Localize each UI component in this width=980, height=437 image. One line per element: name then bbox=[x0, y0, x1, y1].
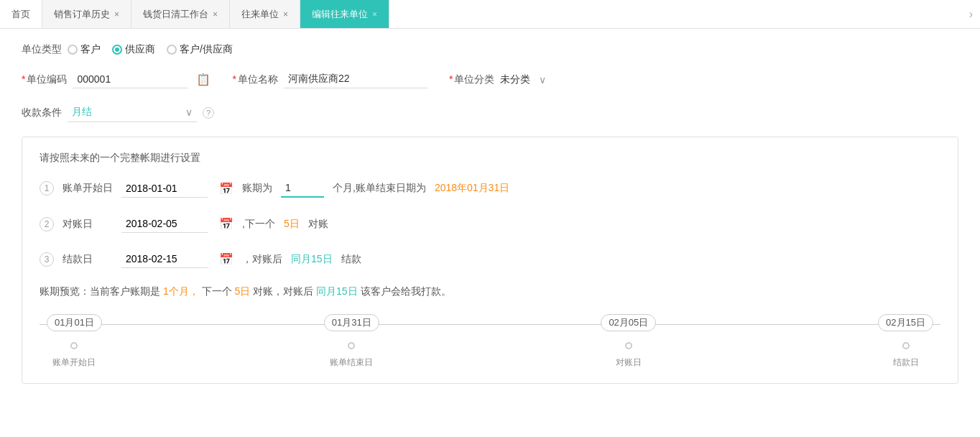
preview-text: 账期预览：当前客户账期是 1个月， 下一个 5日 对账，对账后 同月15日 该客… bbox=[40, 285, 940, 298]
tab-cash-desk[interactable]: 钱货日清工作台 × bbox=[131, 0, 230, 28]
point-label-4: 结款日 bbox=[893, 356, 919, 369]
point-badge-3: 02月05日 bbox=[601, 314, 656, 331]
radio-customer-label: 客户 bbox=[80, 43, 101, 56]
close-icon[interactable]: × bbox=[283, 9, 288, 19]
chevron-down-icon[interactable]: ∨ bbox=[185, 106, 193, 118]
recon-suffix: 对账 bbox=[308, 218, 328, 231]
required-star: * bbox=[449, 73, 453, 85]
unit-code-label: *单位编码 bbox=[22, 73, 67, 86]
calendar-icon-1[interactable]: 📅 bbox=[219, 182, 234, 196]
radio-supplier-label: 供应商 bbox=[125, 43, 155, 56]
point-dot-1 bbox=[70, 342, 78, 349]
required-star: * bbox=[232, 73, 236, 85]
preview-after-day: 对账，对账后 bbox=[253, 285, 313, 297]
tab-sales-order-history[interactable]: 销售订单历史 × bbox=[42, 0, 131, 28]
row-number-1: 1 bbox=[40, 181, 54, 196]
point-dot-3 bbox=[625, 342, 632, 349]
document-icon[interactable]: 📋 bbox=[196, 73, 211, 86]
unit-name-input[interactable] bbox=[284, 70, 427, 88]
tab-home[interactable]: 首页 bbox=[0, 0, 42, 28]
point-label-1: 账单开始日 bbox=[52, 356, 96, 369]
radio-supplier[interactable]: 供应商 bbox=[112, 43, 155, 56]
timeline-points: 01月01日 账单开始日 01月31日 账单结束日 02月05日 对账日 02月… bbox=[40, 316, 940, 369]
payment-date-input[interactable] bbox=[121, 250, 208, 268]
point-dot-4 bbox=[902, 342, 910, 349]
payment-day-highlight: 同月15日 bbox=[291, 253, 333, 266]
calendar-icon-3[interactable]: 📅 bbox=[219, 252, 234, 266]
close-icon[interactable]: × bbox=[372, 9, 377, 19]
point-badge-1: 01月01日 bbox=[47, 314, 102, 331]
unit-type-group: 单位类型 客户 供应商 客户/供应商 bbox=[22, 43, 233, 56]
unit-type-label: 单位类型 bbox=[22, 43, 62, 56]
point-badge-2: 01月31日 bbox=[324, 314, 379, 331]
row-label-2: 对账日 bbox=[63, 218, 113, 231]
section-title: 请按照未来的一个完整帐期进行设置 bbox=[40, 152, 940, 165]
point-label-3: 对账日 bbox=[616, 356, 642, 369]
payment-terms-select[interactable]: 月结 ∨ bbox=[68, 103, 197, 122]
payment-terms-label: 收款条件 bbox=[22, 106, 62, 119]
radio-both[interactable]: 客户/供应商 bbox=[167, 43, 233, 56]
start-date-input[interactable] bbox=[121, 180, 208, 198]
preview-day-teal: 同月15日 bbox=[316, 285, 358, 297]
period-months-input[interactable] bbox=[281, 179, 324, 198]
preview-day-orange: 5日 bbox=[234, 285, 250, 297]
point-badge-4: 02月15日 bbox=[878, 314, 933, 331]
close-icon[interactable]: × bbox=[114, 9, 119, 19]
payment-terms-value: 月结 bbox=[72, 106, 182, 119]
tab-edit-partner-label: 编辑往来单位 bbox=[312, 8, 368, 21]
tab-sales-order-history-label: 销售订单历史 bbox=[54, 8, 110, 21]
recon-prefix: ,下一个 bbox=[242, 218, 275, 231]
preview-label-before: 账期预览：当前客户账期是 bbox=[40, 285, 160, 297]
unit-type-row: 单位类型 客户 供应商 客户/供应商 bbox=[22, 43, 958, 56]
tab-edit-partner[interactable]: 编辑往来单位 × bbox=[300, 0, 389, 28]
point-label-2: 账单结束日 bbox=[330, 356, 373, 369]
timeline-bar: 01月01日 账单开始日 01月31日 账单结束日 02月05日 对账日 02月… bbox=[40, 316, 940, 369]
payment-date-row: 3 结款日 📅 ，对账后 同月15日 结款 bbox=[40, 250, 940, 268]
expand-tabs-button[interactable]: › bbox=[962, 8, 980, 21]
tab-home-label: 首页 bbox=[11, 8, 30, 21]
reconciliation-date-row: 2 对账日 📅 ,下一个 5日 对账 bbox=[40, 215, 940, 233]
unit-type-radio-group: 客户 供应商 客户/供应商 bbox=[68, 43, 233, 56]
unit-info-row: *单位编码 📋 *单位名称 *单位分类 未分类 ∨ bbox=[22, 70, 958, 88]
payment-prefix: ，对账后 bbox=[242, 253, 282, 266]
unit-category-group: *单位分类 未分类 ∨ bbox=[449, 73, 546, 86]
payment-suffix: 结款 bbox=[341, 253, 361, 266]
tab-partner-unit-label: 往来单位 bbox=[241, 8, 279, 21]
unit-category-label: *单位分类 bbox=[449, 73, 494, 86]
calendar-icon-2[interactable]: 📅 bbox=[219, 217, 234, 231]
chevron-down-icon[interactable]: ∨ bbox=[539, 74, 546, 86]
row-label-1: 账单开始日 bbox=[63, 182, 113, 195]
recon-day-highlight: 5日 bbox=[284, 218, 300, 231]
tab-bar: 首页 销售订单历史 × 钱货日清工作台 × 往来单位 × 编辑往来单位 × › bbox=[0, 0, 980, 29]
period-label: 账期为 bbox=[242, 182, 272, 195]
row-label-3: 结款日 bbox=[63, 253, 113, 266]
help-icon[interactable]: ? bbox=[203, 107, 214, 119]
radio-circle-both bbox=[167, 45, 177, 55]
account-start-date-row: 1 账单开始日 📅 账期为 个月,账单结束日期为 2018年01月31日 bbox=[40, 179, 940, 198]
period-suffix: 个月,账单结束日期为 bbox=[333, 182, 426, 195]
unit-name-group: *单位名称 bbox=[232, 70, 427, 88]
radio-circle-supplier bbox=[112, 45, 122, 55]
preview-end: 该客户会给我打款。 bbox=[361, 285, 451, 297]
timeline-point-4: 02月15日 结款日 bbox=[878, 316, 933, 369]
unit-name-label: *单位名称 bbox=[232, 73, 277, 86]
unit-code-group: *单位编码 📋 bbox=[22, 70, 211, 88]
preview-period: 1个月， bbox=[163, 285, 199, 297]
radio-both-label: 客户/供应商 bbox=[180, 43, 233, 56]
unit-code-input[interactable] bbox=[73, 70, 188, 88]
reconciliation-date-input[interactable] bbox=[121, 215, 208, 233]
close-icon[interactable]: × bbox=[213, 9, 218, 19]
timeline-point-2: 01月31日 账单结束日 bbox=[324, 316, 379, 369]
radio-customer[interactable]: 客户 bbox=[68, 43, 101, 56]
payment-terms-row: 收款条件 月结 ∨ ? bbox=[22, 103, 958, 122]
row-number-2: 2 bbox=[40, 217, 54, 231]
point-dot-2 bbox=[348, 342, 355, 349]
end-date-highlight: 2018年01月31日 bbox=[435, 182, 509, 195]
tab-partner-unit[interactable]: 往来单位 × bbox=[230, 0, 300, 28]
payment-terms-group: 收款条件 月结 ∨ ? bbox=[22, 103, 214, 122]
radio-circle-customer bbox=[68, 45, 78, 55]
main-content: 单位类型 客户 供应商 客户/供应商 *单位编码 bbox=[0, 29, 980, 437]
timeline-point-1: 01月01日 账单开始日 bbox=[47, 316, 102, 369]
row-number-3: 3 bbox=[40, 252, 54, 267]
required-star: * bbox=[22, 73, 25, 85]
